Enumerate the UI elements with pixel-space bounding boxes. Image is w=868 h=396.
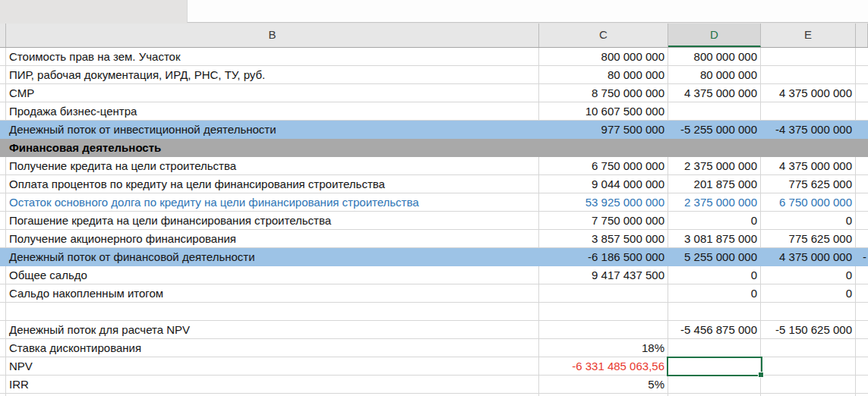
cell-a[interactable]	[0, 84, 6, 102]
cell-d[interactable]: -5 456 875 000	[668, 321, 761, 339]
cell-label[interactable]: СМР	[6, 84, 539, 102]
cell-d[interactable]: 0	[668, 284, 761, 303]
cell-e[interactable]: 4 375 000 000	[761, 84, 856, 102]
cell-d[interactable]	[668, 303, 761, 321]
cell-e[interactable]	[761, 66, 856, 84]
cell-f[interactable]	[856, 66, 868, 84]
cell-f[interactable]	[856, 48, 868, 66]
column-header-d[interactable]: D	[668, 24, 761, 47]
cell-e[interactable]: 0	[761, 266, 856, 284]
cell-label[interactable]: Сальдо накопленным итогом	[6, 284, 539, 303]
cell-c[interactable]: 80 000 000	[539, 66, 668, 84]
cell-a[interactable]	[0, 66, 6, 84]
cell-d[interactable]: 80 000 000	[668, 66, 761, 84]
cell-e[interactable]: 0	[761, 212, 856, 230]
cell-e[interactable]	[761, 102, 856, 121]
cell-a[interactable]	[0, 321, 6, 339]
cell-e[interactable]: 4 375 000 000	[761, 248, 856, 266]
cell-c-npv-value[interactable]: -6 331 485 063,56	[539, 357, 668, 376]
cell-label[interactable]: Получение акционерного финансирования	[6, 230, 539, 248]
cell-d[interactable]: 4 375 000 000	[668, 84, 761, 102]
cell-a[interactable]	[0, 139, 6, 157]
fill-handle[interactable]	[758, 372, 764, 378]
cell-e[interactable]: -5 150 625 000	[761, 321, 856, 339]
cell-c[interactable]: 6 750 000 000	[539, 157, 668, 175]
cell-c[interactable]: 800 000 000	[539, 48, 668, 66]
cell-a[interactable]	[0, 376, 6, 394]
cell-f[interactable]	[856, 284, 868, 303]
cell-label[interactable]: Получение кредита на цели строительства	[6, 157, 539, 175]
cell-d[interactable]: 3 081 875 000	[668, 230, 761, 248]
cell-f[interactable]	[856, 175, 868, 193]
cell-f[interactable]	[856, 139, 868, 157]
cell-a[interactable]	[0, 157, 6, 175]
cell-d[interactable]: 0	[668, 212, 761, 230]
cell-label[interactable]: IRR	[6, 376, 539, 394]
cell-d[interactable]	[668, 376, 761, 394]
cell-c[interactable]	[539, 139, 668, 157]
cell-e[interactable]: 775 625 000	[761, 230, 856, 248]
cell-d[interactable]	[668, 139, 761, 157]
cell-a[interactable]	[0, 48, 6, 66]
cell-d[interactable]: 2 375 000 000	[668, 157, 761, 175]
cell-d[interactable]: 0	[668, 266, 761, 284]
cell-label[interactable]	[6, 303, 539, 321]
cell-label[interactable]: Финансовая деятельность	[6, 139, 539, 157]
cell-c[interactable]: 10 607 500 000	[539, 102, 668, 121]
cell-f[interactable]: -	[856, 248, 868, 266]
cell-label[interactable]: Денежный поток от инвестиционной деятель…	[6, 121, 539, 139]
cell-label[interactable]: Оплата процентов по кредиту на цели фина…	[6, 175, 539, 193]
cell-f[interactable]	[856, 266, 868, 284]
active-cell-selection[interactable]	[667, 357, 762, 376]
cell-f[interactable]	[856, 321, 868, 339]
cell-label[interactable]: Продажа бизнес-центра	[6, 102, 539, 121]
cell-d[interactable]: 800 000 000	[668, 48, 761, 66]
column-header-a-sliver[interactable]	[0, 24, 6, 47]
cell-e[interactable]	[761, 139, 856, 157]
cell-c[interactable]: 7 750 000 000	[539, 212, 668, 230]
cell-a[interactable]	[0, 121, 6, 139]
cell-label[interactable]: Общее сальдо	[6, 266, 539, 284]
cell-c[interactable]: 53 925 000 000	[539, 193, 668, 212]
cell-f[interactable]	[856, 193, 868, 212]
cell-c[interactable]: 18%	[539, 339, 668, 357]
cell-e[interactable]: 4 375 000 000	[761, 157, 856, 175]
cell-f[interactable]	[856, 121, 868, 139]
cell-c[interactable]: 8 750 000 000	[539, 84, 668, 102]
cell-a[interactable]	[0, 212, 6, 230]
cell-e[interactable]	[761, 303, 856, 321]
cell-c[interactable]: -6 186 500 000	[539, 248, 668, 266]
cell-c[interactable]	[539, 321, 668, 339]
cell-c[interactable]: 3 857 500 000	[539, 230, 668, 248]
cell-label[interactable]: Остаток основного долга по кредиту на це…	[6, 193, 539, 212]
cell-a[interactable]	[0, 175, 6, 193]
cell-d[interactable]: 2 375 000 000	[668, 193, 761, 212]
cell-c[interactable]: 9 044 000 000	[539, 175, 668, 193]
cell-e[interactable]	[761, 357, 856, 376]
cell-e[interactable]	[761, 339, 856, 357]
cell-e[interactable]: 775 625 000	[761, 175, 856, 193]
cell-label[interactable]: NPV	[6, 357, 539, 376]
cell-a[interactable]	[0, 248, 6, 266]
cell-a[interactable]	[0, 193, 6, 212]
cell-a[interactable]	[0, 339, 6, 357]
cell-label[interactable]: Ставка дисконтирования	[6, 339, 539, 357]
cell-e[interactable]	[761, 48, 856, 66]
cell-e[interactable]	[761, 376, 856, 394]
cell-a[interactable]	[0, 102, 6, 121]
column-header-c[interactable]: C	[539, 24, 668, 47]
cell-f[interactable]	[856, 230, 868, 248]
column-header-b[interactable]: B	[6, 24, 539, 47]
cell-d[interactable]	[668, 102, 761, 121]
cell-f[interactable]	[856, 102, 868, 121]
formula-bar[interactable]	[187, 0, 868, 23]
cell-f[interactable]	[856, 357, 868, 376]
cell-label[interactable]: Денежный поток от финансовой деятельност…	[6, 248, 539, 266]
cell-e[interactable]: 0	[761, 284, 856, 303]
cell-c[interactable]	[539, 303, 668, 321]
column-header-f-sliver[interactable]	[856, 24, 868, 47]
cell-a[interactable]	[0, 303, 6, 321]
cell-c[interactable]: 9 417 437 500	[539, 266, 668, 284]
cell-f[interactable]	[856, 339, 868, 357]
cell-f[interactable]	[856, 303, 868, 321]
